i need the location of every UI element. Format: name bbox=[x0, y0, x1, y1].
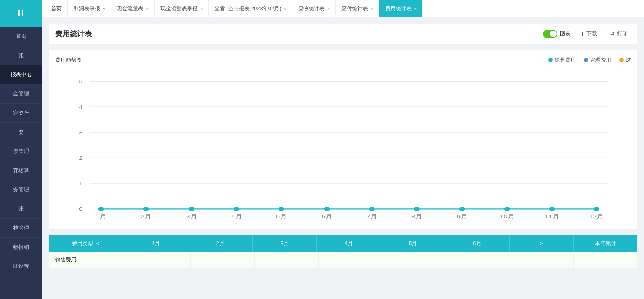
legend-label-management: 管理费用 bbox=[590, 56, 611, 64]
close-tab-1[interactable]: × bbox=[103, 6, 105, 11]
tab-cashflow[interactable]: 现金流量表 × bbox=[111, 0, 154, 17]
th-month-6: 6月 bbox=[445, 235, 509, 252]
tab-profit-quarterly[interactable]: 利润表季报 × bbox=[68, 0, 111, 17]
sidebar-item-assets[interactable]: 定资产 bbox=[0, 104, 42, 123]
svg-point-23 bbox=[593, 207, 599, 211]
sidebar-item-settings[interactable]: 础设置 bbox=[0, 257, 42, 276]
svg-point-18 bbox=[369, 207, 374, 211]
svg-text:5月: 5月 bbox=[276, 213, 287, 219]
th-month-3: 3月 bbox=[253, 235, 317, 252]
svg-point-22 bbox=[549, 207, 555, 211]
svg-point-17 bbox=[324, 207, 330, 211]
chart-toggle[interactable] bbox=[543, 30, 557, 38]
chart-svg: 5 4 3 2 1 0 bbox=[55, 68, 631, 223]
sidebar-item-expense[interactable]: 畅报销 bbox=[0, 238, 42, 257]
table-row-sales: 销售费用 bbox=[49, 252, 637, 268]
chart-header: 费用趋势图 销售费用 管理费用 财 bbox=[55, 56, 631, 64]
svg-point-12 bbox=[98, 207, 104, 211]
svg-point-13 bbox=[143, 207, 149, 211]
sidebar-item-archive[interactable]: 档管理 bbox=[0, 219, 42, 238]
svg-text:0: 0 bbox=[79, 206, 82, 212]
sidebar-item-inventory[interactable]: 存核算 bbox=[0, 161, 42, 180]
tab-payable[interactable]: 应付统计表 × bbox=[336, 0, 379, 17]
sidebar-item-ledger[interactable]: 账 bbox=[0, 199, 42, 219]
svg-point-20 bbox=[459, 207, 465, 211]
th-type: 费用类型 ＜ bbox=[49, 235, 124, 252]
svg-text:4: 4 bbox=[79, 104, 83, 110]
close-tab-3[interactable]: × bbox=[200, 6, 203, 11]
legend-sales: 销售费用 bbox=[548, 56, 576, 64]
tab-expense-stats[interactable]: 费用统计表 × bbox=[379, 0, 423, 17]
close-tab-4[interactable]: × bbox=[284, 6, 286, 11]
sidebar: fi 首页 账 报表中心 金管理 定资产 资 票管理 存核算 务管理 账 档管理… bbox=[0, 0, 42, 299]
td-sales-m3 bbox=[255, 252, 319, 268]
td-sales-m5 bbox=[382, 252, 446, 268]
td-sales-total bbox=[574, 252, 637, 268]
chart-legend: 销售费用 管理费用 财 bbox=[548, 56, 631, 64]
chart-toggle-text: 图表 bbox=[560, 30, 570, 38]
close-tab-2[interactable]: × bbox=[146, 6, 148, 11]
svg-point-15 bbox=[234, 207, 239, 211]
sidebar-item-investment[interactable]: 资 bbox=[0, 123, 42, 142]
page-content: 费用统计表 图表 ⬇ 下载 🖨 打印 费用趋势图 bbox=[42, 17, 644, 299]
legend-dot-finance bbox=[619, 58, 624, 62]
page-actions: 图表 ⬇ 下载 🖨 打印 bbox=[543, 29, 631, 39]
tab-home[interactable]: 首页 bbox=[45, 0, 68, 17]
th-next-nav: ＞ bbox=[510, 235, 574, 252]
svg-text:3月: 3月 bbox=[186, 213, 197, 219]
td-sales-m2 bbox=[191, 252, 254, 268]
th-yearly-total: 本年累计 bbox=[574, 235, 637, 252]
download-button[interactable]: ⬇ 下载 bbox=[577, 29, 600, 39]
tab-blank-report[interactable]: 查看_空白报表(2023年02月) × bbox=[209, 0, 292, 17]
th-month-5: 5月 bbox=[381, 235, 445, 252]
chart-toggle-label: 图表 bbox=[543, 30, 570, 38]
page-title: 费用统计表 bbox=[55, 29, 92, 39]
chart-container: 5 4 3 2 1 0 bbox=[55, 68, 631, 223]
main-content: 首页 利润表季报 × 现金流量表 × 现金流量表季报 × 查看_空白报表(202… bbox=[42, 0, 644, 299]
close-tab-6[interactable]: × bbox=[370, 6, 373, 11]
download-icon: ⬇ bbox=[580, 31, 585, 37]
th-month-2: 2月 bbox=[188, 235, 252, 252]
th-month-4: 4月 bbox=[317, 235, 381, 252]
table-header-row: 费用类型 ＜ 1月 2月 3月 4月 5月 bbox=[49, 235, 637, 252]
svg-text:12月: 12月 bbox=[589, 213, 604, 219]
svg-text:7月: 7月 bbox=[366, 213, 377, 219]
th-month-1: 1月 bbox=[124, 235, 188, 252]
td-sales-m6 bbox=[446, 252, 510, 268]
svg-text:9月: 9月 bbox=[457, 213, 468, 219]
legend-dot-sales bbox=[548, 58, 553, 62]
prev-nav-arrow[interactable]: ＜ bbox=[95, 240, 100, 247]
sidebar-item-service[interactable]: 务管理 bbox=[0, 180, 42, 199]
legend-management: 管理费用 bbox=[584, 56, 611, 64]
close-tab-7[interactable]: × bbox=[414, 6, 417, 11]
sidebar-item-account[interactable]: 账 bbox=[0, 46, 42, 65]
sidebar-item-home[interactable]: 首页 bbox=[0, 27, 42, 46]
print-icon: 🖨 bbox=[610, 31, 615, 37]
svg-point-21 bbox=[504, 207, 510, 211]
sidebar-item-finance[interactable]: 金管理 bbox=[0, 84, 42, 104]
svg-text:10月: 10月 bbox=[500, 213, 514, 219]
sidebar-item-reports[interactable]: 报表中心 bbox=[0, 65, 42, 84]
svg-text:2: 2 bbox=[79, 155, 82, 161]
svg-text:1: 1 bbox=[79, 180, 82, 186]
svg-text:6月: 6月 bbox=[322, 213, 332, 219]
svg-text:4月: 4月 bbox=[231, 213, 242, 219]
td-sales-m4 bbox=[319, 252, 382, 268]
page-header: 费用统计表 图表 ⬇ 下载 🖨 打印 bbox=[49, 24, 637, 44]
svg-text:5: 5 bbox=[79, 78, 82, 84]
svg-text:3: 3 bbox=[79, 129, 82, 135]
print-button[interactable]: 🖨 打印 bbox=[607, 29, 631, 39]
sidebar-item-tickets[interactable]: 票管理 bbox=[0, 142, 42, 161]
svg-point-19 bbox=[414, 207, 419, 211]
legend-label-finance: 财 bbox=[626, 56, 631, 64]
svg-text:11月: 11月 bbox=[545, 213, 559, 219]
tab-receivable[interactable]: 应收统计表 × bbox=[292, 0, 336, 17]
legend-finance: 财 bbox=[619, 56, 631, 64]
svg-point-16 bbox=[279, 207, 284, 211]
legend-label-sales: 销售费用 bbox=[555, 56, 576, 64]
svg-point-14 bbox=[189, 207, 194, 211]
tab-cashflow-quarterly[interactable]: 现金流量表季报 × bbox=[155, 0, 209, 17]
close-tab-5[interactable]: × bbox=[327, 6, 330, 11]
legend-dot-management bbox=[584, 58, 588, 62]
next-nav-arrow[interactable]: ＞ bbox=[539, 240, 544, 247]
